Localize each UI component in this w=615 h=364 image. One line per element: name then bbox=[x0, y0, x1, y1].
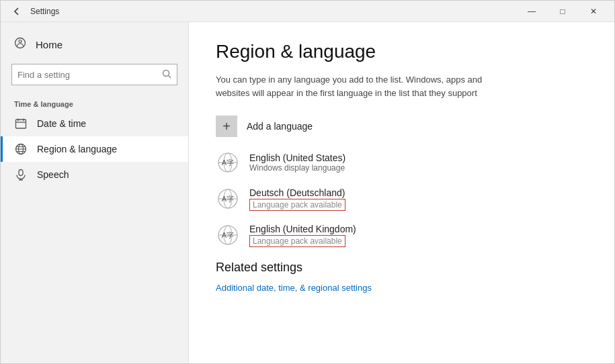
language-icon-english-us: A字 bbox=[216, 150, 240, 175]
svg-text:A字: A字 bbox=[222, 195, 234, 203]
svg-line-3 bbox=[169, 75, 171, 78]
svg-point-2 bbox=[163, 70, 169, 76]
speech-icon bbox=[14, 169, 28, 181]
svg-text:A字: A字 bbox=[222, 231, 234, 239]
window-controls: — □ ✕ bbox=[516, 1, 609, 22]
sidebar-item-date-time[interactable]: Date & time bbox=[1, 111, 188, 136]
sidebar-item-speech[interactable]: Speech bbox=[1, 162, 188, 187]
lang-name-deutsch: Deutsch (Deutschland) bbox=[249, 187, 345, 198]
sidebar-item-home[interactable]: Home bbox=[1, 30, 188, 58]
back-button[interactable] bbox=[6, 1, 28, 22]
svg-point-1 bbox=[19, 40, 22, 43]
sidebar-home-label: Home bbox=[36, 39, 63, 50]
add-language-button[interactable]: + Add a language bbox=[216, 116, 587, 137]
main-content: Region & language You can type in any la… bbox=[189, 22, 614, 363]
svg-rect-4 bbox=[16, 120, 26, 128]
maximize-button[interactable]: □ bbox=[547, 1, 578, 22]
language-item-deutsch[interactable]: A字 Deutsch (Deutschland) Language pack a… bbox=[216, 187, 587, 211]
search-input[interactable] bbox=[17, 70, 162, 80]
lang-sub-deutsch: Language pack available bbox=[249, 199, 345, 211]
date-time-icon bbox=[14, 118, 28, 130]
add-language-label: Add a language bbox=[247, 121, 313, 132]
sidebar-label-date-time: Date & time bbox=[37, 118, 86, 129]
related-settings: Related settings Additional date, time, … bbox=[216, 261, 587, 293]
svg-text:A字: A字 bbox=[222, 158, 234, 167]
sidebar-item-region-language[interactable]: Region & language bbox=[1, 136, 188, 162]
svg-rect-13 bbox=[19, 170, 23, 176]
sidebar-label-region-language: Region & language bbox=[37, 144, 117, 154]
related-settings-title: Related settings bbox=[216, 261, 587, 275]
lang-sub-english-us: Windows display language bbox=[249, 163, 345, 173]
search-icon bbox=[162, 69, 171, 81]
language-icon-english-uk: A字 bbox=[216, 223, 240, 247]
page-description: You can type in any language you add to … bbox=[216, 73, 505, 99]
lang-info-deutsch: Deutsch (Deutschland) Language pack avai… bbox=[249, 187, 345, 211]
home-icon bbox=[14, 37, 26, 52]
titlebar: Settings — □ ✕ bbox=[1, 1, 614, 22]
close-button[interactable]: ✕ bbox=[578, 1, 609, 22]
search-box[interactable] bbox=[11, 64, 177, 85]
app-window: Settings — □ ✕ Home bbox=[0, 0, 615, 364]
add-icon: + bbox=[216, 116, 237, 137]
related-settings-link[interactable]: Additional date, time, & regional settin… bbox=[216, 283, 372, 293]
window-title: Settings bbox=[30, 7, 59, 16]
minimize-button[interactable]: — bbox=[516, 1, 547, 22]
language-icon-deutsch: A字 bbox=[216, 187, 240, 211]
lang-info-english-us: English (United States) Windows display … bbox=[249, 152, 345, 173]
lang-sub-english-uk: Language pack available bbox=[249, 235, 345, 247]
language-item-english-us[interactable]: A字 English (United States) Windows displ… bbox=[216, 150, 587, 175]
lang-name-english-us: English (United States) bbox=[249, 152, 345, 163]
sidebar: Home Time & language Date & time bbox=[1, 22, 189, 363]
region-language-icon bbox=[14, 143, 28, 155]
sidebar-label-speech: Speech bbox=[37, 169, 69, 180]
lang-info-english-uk: English (United Kingdom) Language pack a… bbox=[249, 224, 356, 247]
page-title: Region & language bbox=[216, 41, 587, 62]
lang-name-english-uk: English (United Kingdom) bbox=[249, 224, 356, 234]
content-area: Home Time & language Date & time bbox=[1, 22, 614, 363]
sidebar-section-label: Time & language bbox=[1, 96, 188, 111]
language-item-english-uk[interactable]: A字 English (United Kingdom) Language pac… bbox=[216, 223, 587, 247]
